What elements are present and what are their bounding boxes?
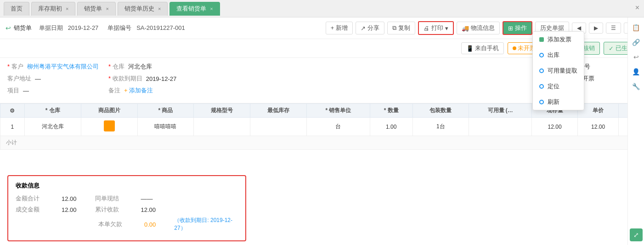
due-date-field: 收款到期日 2019-12-27 [108, 74, 200, 83]
sidebar-icon-2[interactable]: 🔗 [630, 36, 643, 49]
warehouse-value: 河北仓库 [128, 63, 152, 71]
address-value: — [35, 75, 41, 82]
address-field: 客户地址 — [7, 74, 99, 83]
doc-type-icon: ↩ [6, 24, 11, 32]
row-available [469, 118, 532, 136]
remark-label: 备注 [108, 86, 120, 95]
available-extract-icon [539, 68, 544, 73]
arrears-label: 本单欠款 [98, 220, 126, 228]
copy-button[interactable]: ⧉ 复制 [387, 22, 415, 34]
row-quantity: 1.00 [370, 118, 412, 136]
operation-button[interactable]: ⊞ 操作 [503, 21, 532, 35]
deal-amount-value: 12.00 [62, 206, 77, 213]
refresh-icon [539, 100, 544, 104]
logistics-icon: 🚚 [462, 25, 469, 32]
available-extract-item[interactable]: 可用量提取 [533, 63, 584, 79]
project-value: — [23, 87, 29, 94]
add-invoice-item[interactable]: 添加发票 [533, 32, 584, 47]
tab-view-sales-close[interactable]: × [210, 6, 213, 11]
sidebar-icon-3[interactable]: ↩ [630, 51, 643, 63]
refresh-item[interactable]: 刷新 [533, 94, 584, 110]
customer-field: 客户 柳州粤港平安气体有限公司 [7, 63, 99, 71]
customer-value[interactable]: 柳州粤港平安气体有限公司 [27, 63, 99, 71]
tab-view-sales-label: 查看销货单 [176, 5, 206, 13]
operation-dropdown: 添加发票 出库 可用量提取 定位 刷新 [532, 31, 584, 110]
sidebar-icon-5[interactable]: 🔧 [630, 80, 643, 93]
available-extract-label: 可用量提取 [548, 67, 577, 75]
phone-icon: 📱 [466, 45, 474, 52]
tab-sales-order-label: 销货单 [84, 5, 102, 13]
print-icon: 🖨 [424, 25, 429, 32]
product-col-header: * 商品 [137, 104, 194, 118]
sidebar-icon-4[interactable]: 👤 [630, 65, 643, 78]
tab-home[interactable]: 首页 [4, 2, 29, 16]
tab-inventory-init[interactable]: 库存期初 × [31, 2, 75, 16]
tab-sales-history-close[interactable]: × [158, 6, 161, 11]
tab-sales-history[interactable]: 销货单历史 × [118, 2, 168, 16]
payment-row-1: 金额合计 12.00 同单现结 —— [16, 194, 238, 203]
arrears-note: （收款到期日: 2019-12-27） [174, 217, 238, 232]
tab-inventory-init-close[interactable]: × [66, 6, 68, 11]
arrears-value: 0.00 [144, 221, 156, 228]
due-date-value: 2019-12-27 [146, 75, 177, 82]
doc-title: ↩ 销货单 [6, 24, 32, 32]
share-button[interactable]: ↗ 分享 [356, 22, 384, 34]
amount-total-label: 金额合计 [16, 194, 43, 203]
new-button[interactable]: + 新增 [326, 22, 353, 34]
row-warehouse: 河北仓库 [24, 118, 81, 136]
ship-out-label: 出库 [548, 51, 559, 59]
row-product-img [81, 118, 137, 136]
not-open-dot [513, 46, 516, 50]
print-dropdown-arrow: ▾ [445, 25, 448, 32]
tab-inventory-init-label: 库存期初 [38, 5, 62, 13]
print-button[interactable]: 🖨 打印 ▾ [418, 21, 454, 35]
row-product: 嘻嘻嘻嘻 [137, 118, 194, 136]
action-bar: + 新增 ↗ 分享 ⧉ 复制 🖨 打印 ▾ 🚚 物流信息 ⊞ 操作 [326, 21, 638, 35]
effective-check-icon: ✓ [609, 45, 614, 52]
add-remark-button[interactable]: + 添加备注 [124, 86, 153, 95]
product-img-col-header: 商品图片 [81, 104, 137, 118]
doc-date-value: 2019-12-27 [68, 24, 99, 31]
payment-box: 收款信息 金额合计 12.00 同单现结 —— 成交金额 12.00 累计收款 … [7, 175, 246, 241]
add-invoice-label: 添加发票 [548, 35, 571, 44]
cumulative-value: 12.00 [141, 206, 156, 213]
row-unit: 台 [306, 118, 370, 136]
subtotal-row: 小计 [0, 136, 644, 150]
right-sidebar: 📋 🔗 ↩ 👤 🔧 ⤢ [627, 17, 644, 245]
sidebar-icon-1[interactable]: 📋 [630, 21, 643, 34]
quantity-col-header: * 数量 [370, 104, 412, 118]
logistics-button[interactable]: 🚚 物流信息 [457, 22, 500, 34]
available-col-header: 可用量 (… [469, 104, 532, 118]
window-close-button[interactable]: × [635, 4, 639, 12]
table-row: 1 河北仓库 嘻嘻嘻嘻 台 1.00 1台 12.00 12.00 0. [0, 118, 644, 136]
row-no: 1 [0, 118, 25, 136]
row-stock: 12.00 [532, 118, 578, 136]
tab-sales-order[interactable]: 销货单 × [77, 2, 115, 16]
share-icon: ↗ [361, 25, 366, 32]
settings-col-header[interactable]: ⚙ [0, 104, 25, 118]
row-pack-qty: 1台 [412, 118, 469, 136]
tab-view-sales[interactable]: 查看销货单 × [169, 2, 220, 16]
next-button[interactable]: ▶ [589, 23, 603, 34]
payment-row-3: 本单欠款 0.00 （收款到期日: 2019-12-27） [16, 217, 238, 232]
operation-icon: ⊞ [508, 25, 513, 32]
row-spec [194, 118, 250, 136]
spec-col-header: 规格型号 [194, 104, 250, 118]
doc-number-label: 单据编号 SA-20191227-001 [107, 24, 185, 32]
customer-label: 客户 [7, 63, 23, 71]
list-view-button[interactable]: ☰ [606, 23, 621, 34]
from-phone-button[interactable]: 📱 来自手机 [461, 42, 504, 54]
copy-icon: ⧉ [392, 24, 396, 32]
row-min-stock [250, 118, 307, 136]
sidebar-icon-expand[interactable]: ⤢ [630, 228, 643, 241]
pack-qty-col-header: 包装数量 [412, 104, 469, 118]
product-image [104, 120, 115, 131]
address-label: 客户地址 [7, 74, 31, 83]
project-field: 项目 — [7, 86, 99, 95]
locate-label: 定位 [548, 82, 559, 91]
unit-col-header: * 销售单位 [306, 104, 370, 118]
cumulative-label: 累计收款 [95, 205, 123, 214]
tab-sales-order-close[interactable]: × [106, 6, 108, 11]
ship-out-item[interactable]: 出库 [533, 47, 584, 63]
locate-item[interactable]: 定位 [533, 79, 584, 94]
